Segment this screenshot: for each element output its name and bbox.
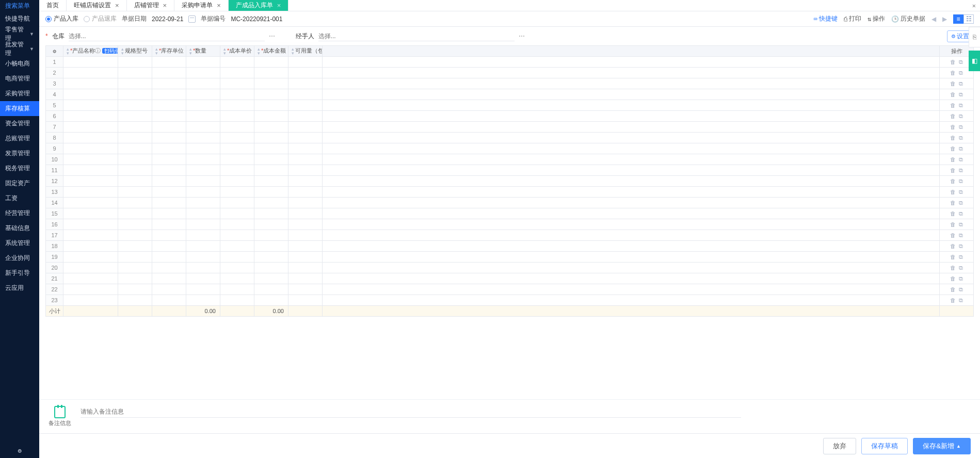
sidebar-item-16[interactable]: 企业协同 [0, 251, 39, 266]
row-copy-icon[interactable]: ⧉ [959, 70, 963, 76]
row-copy-icon[interactable]: ⧉ [959, 210, 963, 217]
print-button[interactable]: ⎙打印 [844, 14, 861, 23]
row-delete-icon[interactable]: 🗑 [950, 221, 956, 228]
col-product[interactable]: ▴▾*产品名称ⓘ扫码录入 [63, 46, 118, 57]
table-row[interactable]: 15🗑⧉ [46, 208, 974, 219]
sidebar-item-11[interactable]: 固定资产 [0, 176, 39, 191]
table-row[interactable]: 12🗑⧉ [46, 176, 974, 187]
col-gear[interactable]: ⚙ [46, 46, 63, 57]
row-copy-icon[interactable]: ⧉ [959, 189, 963, 195]
sidebar-item-17[interactable]: 新手引导 [0, 266, 39, 281]
row-delete-icon[interactable]: 🗑 [950, 200, 956, 206]
tab-close-icon[interactable]: × [277, 2, 281, 9]
sidebar-item-4[interactable]: 电商管理 [0, 71, 39, 86]
row-delete-icon[interactable]: 🗑 [950, 70, 956, 76]
row-copy-icon[interactable]: ⧉ [959, 135, 963, 141]
row-delete-icon[interactable]: 🗑 [950, 265, 956, 271]
table-row[interactable]: 19🗑⧉ [46, 252, 974, 263]
row-copy-icon[interactable]: ⧉ [959, 145, 963, 152]
row-copy-icon[interactable]: ⧉ [959, 254, 963, 260]
col-avail[interactable]: ▴▾可用量（包装） [288, 46, 323, 57]
row-delete-icon[interactable]: 🗑 [950, 254, 956, 260]
row-copy-icon[interactable]: ⧉ [959, 80, 963, 87]
tab-4[interactable]: 产成品入库单× [229, 0, 289, 11]
sidebar-item-6[interactable]: 库存核算 [0, 101, 39, 116]
row-copy-icon[interactable]: ⧉ [959, 156, 963, 163]
sidebar-item-7[interactable]: 资金管理 [0, 116, 39, 131]
tab-close-icon[interactable]: × [163, 2, 167, 9]
handler-input[interactable] [318, 31, 515, 41]
table-row[interactable]: 18🗑⧉ [46, 241, 974, 252]
row-copy-icon[interactable]: ⧉ [959, 102, 963, 109]
row-copy-icon[interactable]: ⧉ [959, 297, 963, 304]
row-copy-icon[interactable]: ⧉ [959, 221, 963, 228]
row-copy-icon[interactable]: ⧉ [959, 275, 963, 282]
tab-1[interactable]: 旺铺店铺设置× [67, 0, 127, 11]
row-delete-icon[interactable]: 🗑 [950, 59, 956, 66]
sidebar-item-12[interactable]: 工资 [0, 191, 39, 206]
row-delete-icon[interactable]: 🗑 [950, 91, 956, 98]
tab-2[interactable]: 店铺管理× [127, 0, 175, 11]
table-row[interactable]: 11🗑⧉ [46, 165, 974, 176]
row-delete-icon[interactable]: 🗑 [950, 286, 956, 293]
table-row[interactable]: 20🗑⧉ [46, 263, 974, 273]
calendar-icon[interactable] [188, 15, 196, 23]
col-amount[interactable]: ▴▾*成本金额 [254, 46, 288, 57]
prev-icon[interactable]: ◀ [931, 15, 936, 23]
view-card-icon[interactable]: ☷ [963, 14, 974, 24]
tab-close-icon[interactable]: × [115, 2, 119, 9]
sidebar-item-13[interactable]: 经营管理 [0, 206, 39, 221]
radio-product-out[interactable]: 产品退库 [84, 14, 117, 23]
view-list-icon[interactable]: ≡ [953, 14, 963, 24]
table-row[interactable]: 4🗑⧉ [46, 89, 974, 100]
row-copy-icon[interactable]: ⧉ [959, 178, 963, 185]
row-delete-icon[interactable]: 🗑 [950, 178, 956, 185]
radio-product-in[interactable]: 产品入库 [45, 14, 78, 23]
save-new-button[interactable]: 保存&新增▲ [913, 438, 971, 454]
sidebar-item-3[interactable]: 小畅电商 [0, 56, 39, 71]
row-delete-icon[interactable]: 🗑 [950, 232, 956, 239]
date-value[interactable]: 2022-09-21 [152, 15, 183, 23]
sidebar-item-0[interactable]: 快捷导航 [0, 11, 39, 26]
row-copy-icon[interactable]: ⧉ [959, 243, 963, 250]
table-row[interactable]: 22🗑⧉ [46, 284, 974, 295]
save-draft-button[interactable]: 保存草稿 [861, 438, 908, 454]
col-qty[interactable]: ▴▾*数量 [186, 46, 220, 57]
remark-input[interactable] [81, 406, 741, 418]
sidebar-item-8[interactable]: 总账管理 [0, 131, 39, 146]
table-row[interactable]: 14🗑⧉ [46, 198, 974, 208]
tab-close-icon[interactable]: × [217, 2, 221, 9]
next-icon[interactable]: ▶ [942, 15, 947, 23]
row-copy-icon[interactable]: ⧉ [959, 59, 963, 66]
sidebar-settings-icon[interactable]: ⚙ [0, 444, 39, 458]
handler-more-icon[interactable]: ⋯ [519, 32, 525, 40]
discard-button[interactable]: 放弃 [823, 438, 856, 454]
row-copy-icon[interactable]: ⧉ [959, 232, 963, 239]
table-row[interactable]: 17🗑⧉ [46, 230, 974, 241]
col-spec[interactable]: ▴▾规格型号 [118, 46, 152, 57]
row-copy-icon[interactable]: ⧉ [959, 113, 963, 120]
row-delete-icon[interactable]: 🗑 [950, 275, 956, 282]
row-copy-icon[interactable]: ⧉ [959, 167, 963, 174]
sidebar-item-10[interactable]: 税务管理 [0, 161, 39, 176]
sidebar-item-2[interactable]: 批发管理▼ [0, 41, 39, 56]
operate-button[interactable]: ⇅操作 [867, 14, 885, 23]
row-delete-icon[interactable]: 🗑 [950, 102, 956, 109]
row-delete-icon[interactable]: 🗑 [950, 243, 956, 250]
table-row[interactable]: 5🗑⧉ [46, 100, 974, 111]
table-row[interactable]: 2🗑⧉ [46, 68, 974, 78]
tab-0[interactable]: 首页 [39, 0, 67, 11]
side-chip-file-icon[interactable]: ⎘ [969, 27, 980, 47]
sidebar-search[interactable]: 搜索菜单 [0, 0, 39, 11]
table-row[interactable]: 13🗑⧉ [46, 187, 974, 198]
row-delete-icon[interactable]: 🗑 [950, 156, 956, 163]
row-copy-icon[interactable]: ⧉ [959, 200, 963, 206]
tab-3[interactable]: 采购申请单× [174, 0, 229, 11]
sidebar-item-9[interactable]: 发票管理 [0, 146, 39, 161]
sidebar-item-14[interactable]: 基础信息 [0, 221, 39, 236]
row-delete-icon[interactable]: 🗑 [950, 124, 956, 130]
row-delete-icon[interactable]: 🗑 [950, 80, 956, 87]
sidebar-item-1[interactable]: 零售管理▼ [0, 26, 39, 41]
row-delete-icon[interactable]: 🗑 [950, 135, 956, 141]
row-copy-icon[interactable]: ⧉ [959, 265, 963, 271]
